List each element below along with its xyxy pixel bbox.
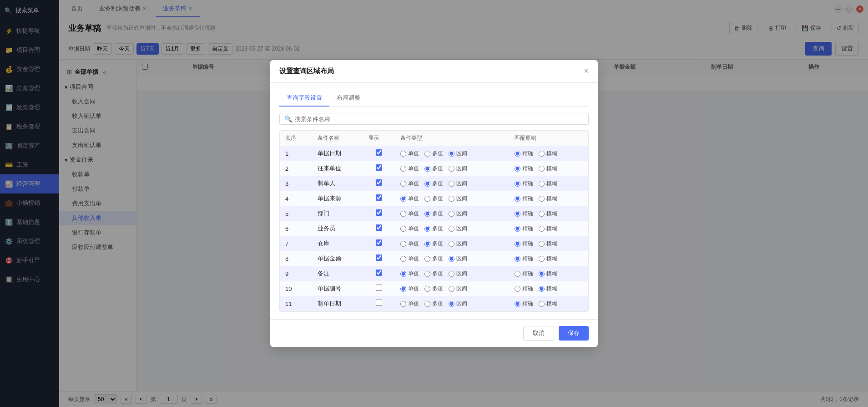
cell-match-10: 精确 模糊 xyxy=(509,296,588,311)
cell-show-6 xyxy=(363,236,395,249)
cell-match-8: 精确 模糊 xyxy=(509,266,588,281)
cell-type-6: 单值 多值 区间 xyxy=(395,236,509,251)
cell-order-0: 1 xyxy=(280,146,312,161)
modal-body: 查询字段设置 布局调整 🔍 顺序 条件名称 显示 条件类型 匹配原则 xyxy=(270,83,598,319)
cell-show-0 xyxy=(363,146,395,159)
cell-show-9 xyxy=(363,281,395,294)
cell-name-1: 往来单位 xyxy=(312,161,363,176)
modal-footer: 取消 保存 xyxy=(270,319,598,347)
search-condition-input[interactable] xyxy=(295,116,584,122)
show-checkbox-7[interactable] xyxy=(376,254,382,261)
settings-table: 顺序 条件名称 显示 条件类型 匹配原则 1 单据日期 单值 多值 区间 xyxy=(279,130,589,312)
cell-type-2: 单值 多值 区间 xyxy=(395,176,509,191)
settings-row-7: 8 单据金额 单值 多值 区间 精确 模糊 xyxy=(280,251,588,266)
th-order: 顺序 xyxy=(280,131,312,146)
cell-type-7: 单值 多值 区间 xyxy=(395,251,509,266)
settings-modal: 设置查询区域布局 × 查询字段设置 布局调整 🔍 顺序 条件名称 显示 xyxy=(270,60,598,347)
cell-show-8 xyxy=(363,266,395,279)
cell-match-2: 精确 模糊 xyxy=(509,176,588,191)
cancel-button[interactable]: 取消 xyxy=(523,326,554,341)
show-checkbox-0[interactable] xyxy=(376,149,382,156)
cell-match-6: 精确 模糊 xyxy=(509,236,588,251)
cell-type-8: 单值 多值 区间 xyxy=(395,266,509,281)
cell-name-6: 仓库 xyxy=(312,236,363,251)
cell-order-4: 5 xyxy=(280,206,312,221)
settings-row-2: 3 制单人 单值 多值 区间 精确 模糊 xyxy=(280,176,588,191)
cell-type-4: 单值 多值 区间 xyxy=(395,206,509,221)
cell-order-6: 7 xyxy=(280,236,312,251)
modal-close-button[interactable]: × xyxy=(584,66,589,76)
settings-row-6: 7 仓库 单值 多值 区间 精确 模糊 xyxy=(280,236,588,251)
cell-type-3: 单值 多值 区间 xyxy=(395,191,509,206)
cell-type-10: 单值 多值 区间 xyxy=(395,296,509,311)
cell-show-7 xyxy=(363,251,395,264)
cell-name-7: 单据金额 xyxy=(312,251,363,266)
show-checkbox-4[interactable] xyxy=(376,209,382,216)
cell-type-9: 单值 多值 区间 xyxy=(395,281,509,296)
cell-match-4: 精确 模糊 xyxy=(509,206,588,221)
settings-row-5: 6 业务员 单值 多值 区间 精确 模糊 xyxy=(280,221,588,236)
cell-order-3: 4 xyxy=(280,191,312,206)
cell-match-1: 精确 模糊 xyxy=(509,161,588,176)
tab-query-fields[interactable]: 查询字段设置 xyxy=(279,90,329,107)
cell-order-10: 11 xyxy=(280,296,312,311)
cell-name-8: 备注 xyxy=(312,266,363,281)
cell-match-3: 精确 模糊 xyxy=(509,191,588,206)
tab-layout-adjust[interactable]: 布局调整 xyxy=(329,90,368,107)
settings-row-0: 1 单据日期 单值 多值 区间 精确 模糊 xyxy=(280,146,588,161)
cell-show-1 xyxy=(363,161,395,174)
show-checkbox-9[interactable] xyxy=(376,285,382,291)
cell-order-1: 2 xyxy=(280,161,312,176)
settings-row-9: 10 单据编号 单值 多值 区间 精确 模糊 xyxy=(280,281,588,296)
cell-name-2: 制单人 xyxy=(312,176,363,191)
cell-match-0: 精确 模糊 xyxy=(509,146,588,161)
save-button[interactable]: 保存 xyxy=(559,326,589,341)
show-checkbox-5[interactable] xyxy=(376,224,382,231)
cell-order-8: 9 xyxy=(280,266,312,281)
settings-row-10: 11 制单日期 单值 多值 区间 精确 模糊 xyxy=(280,296,588,311)
cell-name-5: 业务员 xyxy=(312,221,363,236)
cell-name-9: 单据编号 xyxy=(312,281,363,296)
cell-name-0: 单据日期 xyxy=(312,146,363,161)
cell-show-3 xyxy=(363,191,395,204)
th-show: 显示 xyxy=(363,131,395,146)
cell-order-7: 8 xyxy=(280,251,312,266)
cell-order-9: 10 xyxy=(280,281,312,296)
cell-show-10 xyxy=(363,296,395,309)
cell-name-10: 制单日期 xyxy=(312,296,363,311)
cell-order-5: 6 xyxy=(280,221,312,236)
modal-header: 设置查询区域布局 × xyxy=(270,60,598,83)
modal-title: 设置查询区域布局 xyxy=(279,67,334,76)
cell-match-5: 精确 模糊 xyxy=(509,221,588,236)
search-icon-modal: 🔍 xyxy=(284,115,292,122)
show-checkbox-2[interactable] xyxy=(376,179,382,186)
cell-type-5: 单值 多值 区间 xyxy=(395,221,509,236)
cell-type-0: 单值 多值 区间 xyxy=(395,146,509,161)
settings-row-1: 2 往来单位 单值 多值 区间 精确 模糊 xyxy=(280,161,588,176)
th-match: 匹配原则 xyxy=(509,131,588,146)
cell-show-2 xyxy=(363,176,395,189)
show-checkbox-3[interactable] xyxy=(376,194,382,201)
cell-type-1: 单值 多值 区间 xyxy=(395,161,509,176)
cell-match-9: 精确 模糊 xyxy=(509,281,588,296)
modal-tabs: 查询字段设置 布局调整 xyxy=(279,90,589,107)
th-name: 条件名称 xyxy=(312,131,363,146)
search-bar: 🔍 xyxy=(279,113,589,125)
cell-show-5 xyxy=(363,221,395,234)
show-checkbox-10[interactable] xyxy=(376,300,382,306)
th-type: 条件类型 xyxy=(395,131,509,146)
cell-show-4 xyxy=(363,206,395,219)
cell-order-2: 3 xyxy=(280,176,312,191)
modal-overlay[interactable]: 设置查询区域布局 × 查询字段设置 布局调整 🔍 顺序 条件名称 显示 xyxy=(0,0,868,407)
show-checkbox-8[interactable] xyxy=(376,270,382,276)
show-checkbox-1[interactable] xyxy=(376,164,382,171)
settings-row-3: 4 单据来源 单值 多值 区间 精确 模糊 xyxy=(280,191,588,206)
cell-match-7: 精确 模糊 xyxy=(509,251,588,266)
cell-name-3: 单据来源 xyxy=(312,191,363,206)
settings-row-8: 9 备注 单值 多值 区间 精确 模糊 xyxy=(280,266,588,281)
settings-row-4: 5 部门 单值 多值 区间 精确 模糊 xyxy=(280,206,588,221)
show-checkbox-6[interactable] xyxy=(376,239,382,246)
cell-name-4: 部门 xyxy=(312,206,363,221)
